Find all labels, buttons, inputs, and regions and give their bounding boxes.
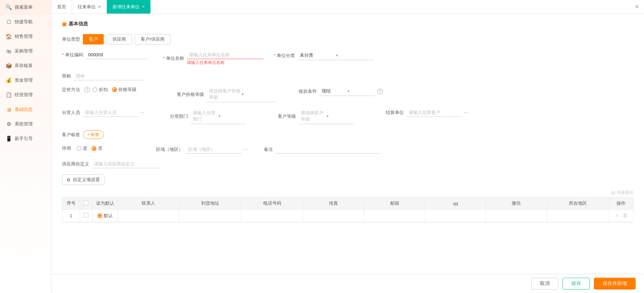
col-default: 设为默认	[92, 197, 118, 210]
department-select[interactable]: 请输入分管部门 ▾	[191, 108, 246, 124]
row-fax[interactable]	[303, 210, 364, 222]
gear-icon: ⚙	[66, 177, 71, 182]
sidebar-item-basic[interactable]: 🖥 基础信息	[0, 102, 51, 117]
table-header-row: 序号 设为默认 联系人 到货地址 电话号码 传真 邮箱 qq 微信 所在地区	[62, 197, 633, 210]
disabled-no-radio[interactable]: 否	[92, 145, 102, 152]
sidebar-item-quicknav[interactable]: ⬡ 快捷导航	[0, 15, 51, 29]
sidebar-item-newguide[interactable]: 📱 新手引导	[0, 131, 51, 146]
unit-name-input[interactable]	[187, 51, 264, 59]
customer-level-select[interactable]: 请选择客户等级 ▾	[299, 108, 354, 124]
form-row-customer-tag: 客户标签 + 标签	[62, 130, 634, 139]
row-fax-input[interactable]	[307, 213, 360, 218]
payment-terms-label: 收款条件	[299, 88, 317, 95]
abbreviation-input[interactable]	[74, 72, 143, 80]
tab-contacts-close[interactable]: ✕	[98, 5, 101, 9]
region-input[interactable]	[186, 145, 242, 154]
cancel-button[interactable]: 取消	[531, 278, 558, 290]
tabs-global-close[interactable]: ✕	[630, 0, 644, 14]
unit-type-group: 客户 供应商 客户/供应商	[83, 34, 171, 44]
save-button[interactable]: 保存	[563, 278, 590, 290]
row-location[interactable]	[547, 210, 609, 222]
sidebar-item-inventory[interactable]: 📦 库存核算	[0, 58, 51, 73]
unit-type-customer-btn[interactable]: 客户	[83, 34, 104, 44]
unit-type-supplier-btn[interactable]: 供应商	[107, 34, 132, 44]
disabled-yes-circle	[77, 146, 81, 151]
customer-price-level-select[interactable]: 请选择客户价格等级 ▾	[207, 87, 276, 102]
save-new-button[interactable]: 保存并新增	[594, 278, 636, 290]
unit-category-select[interactable]: 未分类 ▾	[298, 51, 374, 60]
disabled-label: 停用	[62, 145, 71, 152]
row-phone-input[interactable]	[245, 213, 299, 218]
row-email[interactable]	[364, 210, 425, 222]
sidebar-item-sales[interactable]: 🏠 销售管理	[0, 29, 51, 44]
row-seq: 1	[62, 210, 80, 222]
pricing-discount-radio[interactable]: 折扣	[93, 87, 108, 93]
disabled-radios: 是 否	[77, 145, 102, 152]
form-row-pricing: 定价方法 ? 折扣 价格等级 客户价格等级 请选择客户价格等级	[62, 87, 634, 102]
row-contact-input[interactable]	[121, 213, 176, 218]
row-delete-btn[interactable]: 🗑	[623, 212, 628, 218]
tab-home[interactable]: 首页	[52, 0, 72, 14]
unit-category-value: 未分类	[300, 52, 336, 58]
pricing-level-radio[interactable]: 价格等级	[112, 87, 136, 93]
tab-new-contact[interactable]: 新增往来单位 ✕	[107, 0, 151, 14]
remark-input[interactable]	[276, 145, 380, 154]
row-email-input[interactable]	[368, 213, 421, 218]
table-row: 1 默认	[62, 210, 633, 222]
sidebar-item-label: 销售管理	[15, 33, 33, 40]
row-default: 默认	[92, 210, 118, 222]
unit-type-both-btn[interactable]: 客户/供应商	[135, 34, 171, 44]
tab-new-contact-close[interactable]: ✕	[142, 5, 145, 9]
custom-settings-button[interactable]: ⚙ 自定义项设置	[62, 174, 104, 185]
settlement-unit-dots[interactable]: ···	[464, 109, 468, 116]
sidebar-item-label: 新手引导	[15, 136, 33, 142]
pricing-level-label: 价格等级	[118, 87, 136, 93]
manager-dots[interactable]: ···	[140, 109, 144, 116]
row-wechat[interactable]	[486, 210, 547, 222]
disabled-no-label: 否	[98, 145, 102, 152]
row-location-input[interactable]	[551, 213, 605, 218]
customer-level-chevron: ▾	[327, 114, 352, 119]
row-address[interactable]	[179, 210, 241, 222]
sidebar-item-search[interactable]: 🔍 搜索菜单	[0, 0, 51, 15]
sidebar-item-system[interactable]: ⚙ 系统管理	[0, 117, 51, 131]
disabled-yes-radio[interactable]: 是	[77, 145, 87, 152]
sidebar-item-label: 快捷导航	[15, 19, 33, 25]
tab-home-label: 首页	[57, 4, 66, 10]
form-group-unit-name: 单位名称 请输入往来单位名称	[163, 51, 264, 66]
region-label: 区域（地区）	[156, 146, 183, 153]
pricing-method-help[interactable]: ?	[84, 87, 90, 92]
unit-code-input[interactable]	[86, 51, 149, 59]
col-action: 操作	[609, 197, 633, 210]
sidebar-item-label: 采购管理	[15, 48, 33, 54]
payment-terms-help[interactable]: ?	[377, 89, 383, 94]
region-dots[interactable]: ···	[243, 146, 248, 153]
form-row-code-name-category: 单位编码 单位名称 请输入往来单位名称 单位分类 未分类 ▾	[62, 51, 634, 66]
tab-contacts[interactable]: 往来单位 ✕	[72, 0, 107, 14]
customer-tag-add-btn[interactable]: + 标签	[83, 130, 104, 139]
settlement-unit-input[interactable]	[407, 108, 462, 117]
row-contact[interactable]	[118, 210, 179, 222]
sidebar-item-purchase[interactable]: 🛍 采购管理	[0, 44, 51, 58]
disabled-no-circle	[92, 146, 96, 151]
row-address-input[interactable]	[183, 213, 237, 218]
unit-category-chevron: ▾	[336, 53, 372, 58]
operations-icon: 📋	[6, 92, 12, 98]
row-wechat-input[interactable]	[489, 213, 543, 218]
contact-table: 序号 设为默认 联系人 到货地址 电话号码 传真 邮箱 qq 微信 所在地区	[62, 197, 633, 222]
payment-terms-select[interactable]: 现结 ▾	[320, 87, 375, 96]
form-group-manager: 分管人员 ···	[62, 108, 159, 117]
row-phone[interactable]	[241, 210, 303, 222]
row-qq-input[interactable]	[429, 213, 482, 218]
batch-delete-label[interactable]: 批量删除	[617, 190, 634, 196]
row-qq[interactable]	[425, 210, 486, 222]
supplier-custom-input[interactable]	[92, 160, 162, 168]
row-add-btn[interactable]: ＋	[614, 212, 619, 218]
manager-input[interactable]	[83, 108, 139, 117]
row-default-radio[interactable]: 默认	[96, 213, 114, 219]
header-checkbox[interactable]	[84, 201, 88, 205]
newguide-icon: 📱	[6, 136, 12, 142]
row-1-checkbox[interactable]	[84, 213, 88, 218]
sidebar-item-operations[interactable]: 📋 经营管理	[0, 88, 51, 102]
sidebar-item-finance[interactable]: 💰 资金管理	[0, 73, 51, 88]
